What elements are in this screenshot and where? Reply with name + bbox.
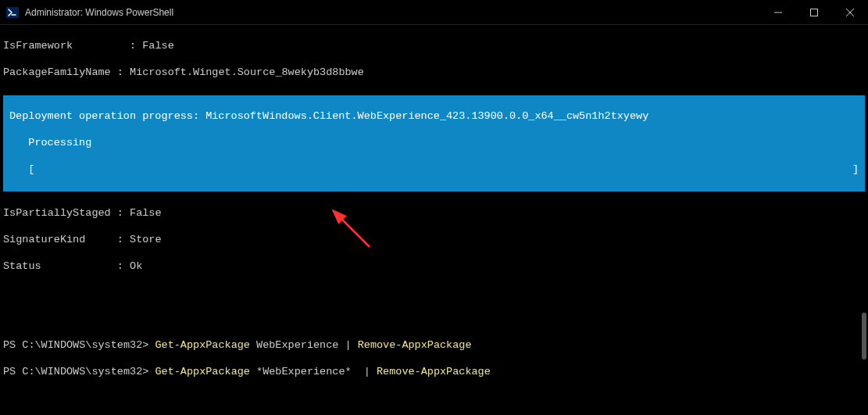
progress-status: Processing [3,137,865,150]
prompt: PS C:\WINDOWS\system32> [3,366,155,377]
output-sep: : [85,234,130,245]
window-title: Administrator: Windows PowerShell [25,7,760,18]
titlebar: Administrator: Windows PowerShell [0,0,868,25]
bracket-left: [ [9,163,34,177]
terminal-output[interactable]: IsFramework : False PackageFamilyName : … [0,25,868,394]
output-sep: : [73,40,142,52]
progress-bar: [] [3,163,865,177]
output-label: SignatureKind [3,234,85,245]
output-label: IsPartiallyStaged [3,207,111,219]
scrollbar-thumb[interactable] [862,313,866,360]
output-label: PackageFamilyName [3,66,111,78]
cmdlet: Get-AppxPackage [155,339,250,351]
output-sep: : [111,66,130,78]
bracket-right: ] [852,163,859,177]
output-label: IsFramework [3,40,73,52]
output-sep: : [111,207,130,219]
window-controls [760,0,868,24]
output-value: Store [130,234,162,245]
output-value: False [142,40,174,52]
arg: *WebExperience* [250,366,364,377]
prompt: PS C:\WINDOWS\system32> [3,339,155,351]
cmdlet: Get-AppxPackage [155,366,250,377]
output-value: Microsoft.Winget.Source_8wekyb3d8bbwe [130,66,364,78]
progress-text: Deployment operation progress: Microsoft… [3,110,865,123]
cmdlet: Remove-AppxPackage [377,366,491,377]
close-button[interactable] [832,0,868,24]
powershell-icon [6,6,19,19]
output-sep: : [41,260,130,272]
pipe: | [364,366,377,377]
output-value: Ok [130,260,142,272]
progress-block: Deployment operation progress: Microsoft… [3,95,865,191]
arg: WebExperience [250,339,345,351]
progress-fill [34,163,852,177]
cmdlet: Remove-AppxPackage [358,339,472,351]
pipe: | [345,339,358,351]
maximize-button[interactable] [796,0,832,24]
svg-rect-1 [811,9,818,16]
output-label: Status [3,260,41,272]
output-value: False [130,207,162,219]
minimize-button[interactable] [760,0,796,24]
